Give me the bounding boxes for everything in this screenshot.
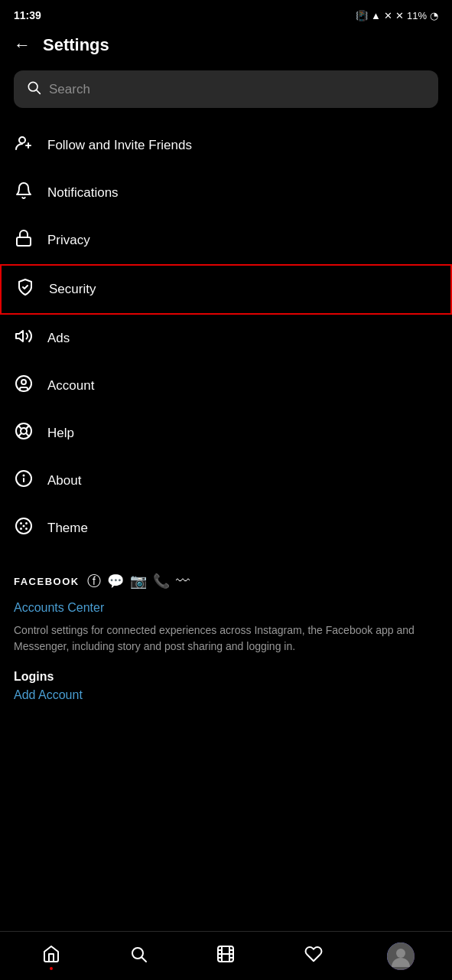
accounts-center-link[interactable]: Accounts Center [14, 601, 438, 615]
status-bar: 11:39 📳 ▲ ✕ ✕ 11% ◔ [0, 0, 452, 28]
back-button[interactable]: ← [14, 35, 31, 55]
content-scroll: ← Settings Search F [0, 28, 452, 768]
svg-line-1 [37, 90, 41, 94]
theme-label: Theme [47, 521, 88, 536]
help-icon [14, 422, 34, 445]
battery-icon: ◔ [430, 10, 438, 21]
account-icon [14, 374, 34, 397]
theme-icon [14, 517, 34, 540]
nav-search[interactable] [119, 939, 158, 973]
status-time: 11:39 [14, 9, 41, 21]
page-header: ← Settings [0, 28, 452, 66]
ads-label: Ads [47, 331, 70, 346]
search-bar[interactable]: Search [14, 70, 438, 108]
ads-icon [14, 327, 34, 350]
home-active-dot [50, 967, 53, 970]
menu-item-account[interactable]: Account [0, 362, 452, 410]
facebook-title: FACEBOOK [14, 576, 80, 587]
svg-line-26 [142, 957, 147, 962]
nav-home[interactable] [32, 939, 70, 973]
svg-point-23 [25, 528, 28, 530]
fb-brand-icons: ⓕ 💬 📷 📞 〰 [87, 572, 190, 590]
nav-profile[interactable] [382, 939, 420, 973]
menu-item-follow[interactable]: Follow and Invite Friends [0, 122, 452, 169]
battery-text: 11% [407, 10, 427, 21]
menu-item-help[interactable]: Help [0, 410, 452, 457]
menu-item-notifications[interactable]: Notifications [0, 169, 452, 217]
security-label: Security [49, 282, 96, 297]
whatsapp-icon: 📞 [153, 573, 170, 590]
instagram-icon: 📷 [130, 573, 147, 590]
account-label: Account [47, 378, 94, 394]
facebook-section: FACEBOOK ⓕ 💬 📷 📞 〰 Accounts Center Contr… [0, 558, 452, 714]
accounts-description: Control settings for connected experienc… [14, 622, 438, 655]
nav-reels[interactable] [206, 939, 245, 973]
privacy-label: Privacy [47, 233, 90, 248]
help-label: Help [47, 426, 74, 441]
signal2-icon: ✕ [395, 10, 404, 21]
info-icon [14, 469, 34, 492]
svg-line-15 [18, 433, 21, 436]
wifi-icon: ▲ [371, 10, 381, 21]
home-icon [42, 945, 60, 968]
svg-point-8 [21, 380, 26, 384]
nav-activity[interactable] [294, 939, 333, 973]
menu-list: Follow and Invite Friends Notifications … [0, 116, 452, 558]
status-icons: 📳 ▲ ✕ ✕ 11% ◔ [356, 10, 438, 21]
menu-item-security[interactable]: Security [0, 264, 452, 315]
svg-rect-5 [17, 237, 31, 246]
oculus-icon: 〰 [176, 573, 190, 590]
menu-item-privacy[interactable]: Privacy [0, 217, 452, 264]
follow-label: Follow and Invite Friends [47, 138, 192, 153]
search-container: Search [14, 70, 438, 108]
search-placeholder: Search [49, 82, 90, 97]
profile-avatar [387, 942, 415, 970]
svg-point-2 [19, 137, 25, 143]
svg-point-21 [25, 522, 28, 524]
lock-icon [14, 229, 34, 252]
vibrate-icon: 📳 [356, 10, 368, 21]
nav-search-icon [129, 945, 148, 968]
follow-icon [14, 134, 34, 157]
reels-icon [216, 945, 235, 968]
svg-line-14 [26, 426, 29, 430]
shield-icon [15, 278, 35, 301]
facebook-brand-icon: ⓕ [87, 572, 101, 590]
signal-icon: ✕ [384, 10, 392, 21]
svg-point-29 [396, 949, 405, 958]
svg-line-12 [26, 433, 29, 436]
menu-item-theme[interactable]: Theme [0, 505, 452, 552]
heart-icon [304, 945, 323, 968]
menu-item-ads[interactable]: Ads [0, 315, 452, 362]
facebook-header: FACEBOOK ⓕ 💬 📷 📞 〰 [14, 572, 438, 590]
svg-point-24 [23, 525, 25, 528]
svg-point-22 [20, 528, 22, 530]
logins-header: Logins [14, 670, 438, 684]
bottom-nav [0, 931, 452, 980]
page-title: Settings [43, 35, 109, 55]
bell-icon [14, 181, 34, 204]
messenger-icon: 💬 [107, 573, 124, 590]
notifications-label: Notifications [47, 185, 119, 201]
svg-line-11 [18, 426, 21, 429]
add-account-link[interactable]: Add Account [14, 688, 438, 707]
about-label: About [47, 473, 81, 488]
menu-item-about[interactable]: About [0, 457, 452, 505]
svg-marker-6 [16, 331, 23, 341]
search-icon [26, 80, 41, 99]
svg-point-20 [20, 522, 22, 524]
